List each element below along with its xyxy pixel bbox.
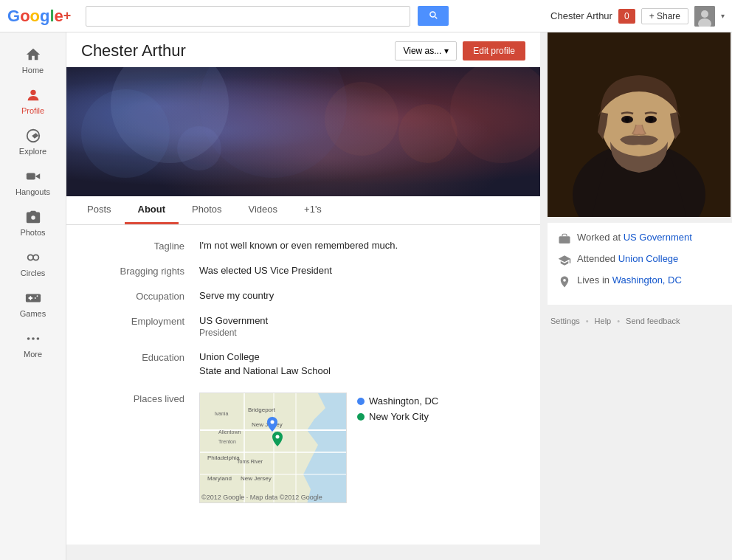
search-button[interactable] <box>418 6 449 26</box>
logo-letter-g2: g <box>40 7 49 26</box>
tab-plusones[interactable]: +1's <box>291 196 335 224</box>
profile-main: Chester Arthur View as... ▾ Edit profile <box>66 32 540 560</box>
about-row-education: Education Union College State and Nation… <box>81 351 525 379</box>
notifications-button[interactable]: 0 <box>618 9 635 24</box>
places-label: Places lived <box>81 393 199 404</box>
search-input[interactable] <box>86 6 410 27</box>
tab-videos[interactable]: Videos <box>235 196 291 224</box>
svg-point-11 <box>32 337 35 340</box>
info-row-work: Worked at US Government <box>558 232 722 246</box>
footer-separator-1: • <box>586 317 589 325</box>
logo-plus: + <box>63 8 72 24</box>
about-row-occupation: Occupation Serve my country <box>81 290 525 302</box>
sidebar-item-circles[interactable]: Circles <box>0 243 66 283</box>
sidebar-label-circles: Circles <box>21 269 46 277</box>
main-layout: Home Profile Explore Hangouts Photos <box>0 32 732 560</box>
svg-text:Maryland: Maryland <box>207 475 232 482</box>
edit-profile-button[interactable]: Edit profile <box>463 41 525 61</box>
occupation-value: Serve my country <box>199 290 274 301</box>
tab-photos[interactable]: Photos <box>179 196 235 224</box>
sidebar-item-hangouts[interactable]: Hangouts <box>0 162 66 202</box>
map-copyright: ©2012 Google · Map data ©2012 Google <box>201 494 322 501</box>
svg-text:Trenton: Trenton <box>218 439 236 444</box>
tab-posts[interactable]: Posts <box>74 196 125 224</box>
chevron-down-icon: ▾ <box>444 46 449 56</box>
briefcase-icon <box>558 232 571 246</box>
portrait-svg <box>548 32 731 217</box>
place-name-nyc: New York City <box>369 411 429 422</box>
svg-text:Toms River: Toms River <box>237 459 263 464</box>
video-icon <box>24 167 42 185</box>
employment-value: US Government President <box>199 315 268 338</box>
info-row-school: Attended Union College <box>558 253 722 267</box>
education-label: Education <box>81 351 199 363</box>
occupation-label: Occupation <box>81 290 199 302</box>
settings-link[interactable]: Settings <box>550 317 580 325</box>
tagline-label: Tagline <box>81 240 199 252</box>
svg-point-8 <box>27 255 32 260</box>
employment-role: President <box>199 328 268 338</box>
right-panel: Worked at US Government Attended Union C… <box>540 32 732 560</box>
svg-text:Allentown: Allentown <box>218 429 241 435</box>
profile-header-bar: Chester Arthur View as... ▾ Edit profile <box>66 32 540 67</box>
map-image: lvania Bridgeport New Jersey Allentown T… <box>200 393 347 503</box>
sidebar-label-explore: Explore <box>19 147 46 156</box>
content-area: Chester Arthur View as... ▾ Edit profile <box>66 32 732 560</box>
tab-about[interactable]: About <box>125 196 179 224</box>
graduation-cap-icon <box>558 254 571 267</box>
sidebar-item-home[interactable]: Home <box>0 40 66 80</box>
education-school2: State and National Law School <box>199 365 331 376</box>
share-button[interactable]: + Share <box>641 8 688 24</box>
gamepad-icon <box>24 289 42 307</box>
svg-text:lvania: lvania <box>215 411 228 416</box>
place-name-washington: Washington, DC <box>369 395 438 407</box>
location-pin-icon <box>558 275 571 288</box>
about-row-bragging: Bragging rights Was elected US Vice Pres… <box>81 265 525 277</box>
sidebar-label-profile: Profile <box>21 106 44 115</box>
about-content: Tagline I'm not well known or even remem… <box>66 225 540 545</box>
send-feedback-link[interactable]: Send feedback <box>626 317 680 325</box>
svg-point-29 <box>271 421 274 424</box>
svg-point-12 <box>36 337 39 340</box>
svg-text:New Jersey: New Jersey <box>241 475 272 482</box>
svg-point-37 <box>625 117 629 122</box>
header-actions: View as... ▾ Edit profile <box>395 41 525 61</box>
bragging-label: Bragging rights <box>81 265 199 277</box>
education-value: Union College State and National Law Sch… <box>199 351 331 379</box>
sidebar-item-more[interactable]: More <box>0 324 66 364</box>
svg-point-3 <box>30 90 35 95</box>
location-info-text: Lives in Washington, DC <box>577 274 682 286</box>
avatar-image <box>694 6 715 27</box>
sidebar-item-games[interactable]: Games <box>0 283 66 324</box>
profile-tabs: Posts About Photos Videos +1's <box>66 196 540 225</box>
sidebar-item-explore[interactable]: Explore <box>0 121 66 162</box>
topbar: Google+ Chester Arthur 0 + Share ▾ <box>0 0 732 32</box>
school-info-text: Attended Union College <box>577 253 678 264</box>
profile-photo-card <box>548 32 731 217</box>
footer-separator-2: • <box>617 317 620 325</box>
bragging-value: Was elected US Vice President <box>199 265 332 276</box>
footer-links: Settings • Help • Send feedback <box>548 311 732 331</box>
sidebar-item-photos[interactable]: Photos <box>0 202 66 243</box>
logo-letter-g: G <box>7 7 20 26</box>
employment-org: US Government <box>199 315 268 326</box>
more-icon <box>24 330 42 348</box>
help-link[interactable]: Help <box>595 317 612 325</box>
home-icon <box>24 46 42 63</box>
logo-letter-o2: o <box>30 7 40 26</box>
logo-letter-o1: o <box>20 7 30 26</box>
view-as-button[interactable]: View as... ▾ <box>395 41 457 61</box>
places-value: lvania Bridgeport New Jersey Allentown T… <box>199 393 438 516</box>
sidebar-item-profile[interactable]: Profile <box>0 80 66 121</box>
svg-point-30 <box>276 435 280 439</box>
tagline-value: I'm not well known or even remembered mu… <box>199 240 398 251</box>
employment-label: Employment <box>81 315 199 327</box>
camera-icon <box>24 208 42 226</box>
logo-letter-e: e <box>55 7 63 26</box>
sidebar-label-home: Home <box>22 66 44 75</box>
google-plus-logo: Google+ <box>7 7 71 26</box>
profile-photo-image <box>548 32 731 217</box>
about-row-places: Places lived <box>81 393 525 516</box>
place-item-nyc: New York City <box>357 411 438 422</box>
chevron-down-icon[interactable]: ▾ <box>721 12 725 20</box>
